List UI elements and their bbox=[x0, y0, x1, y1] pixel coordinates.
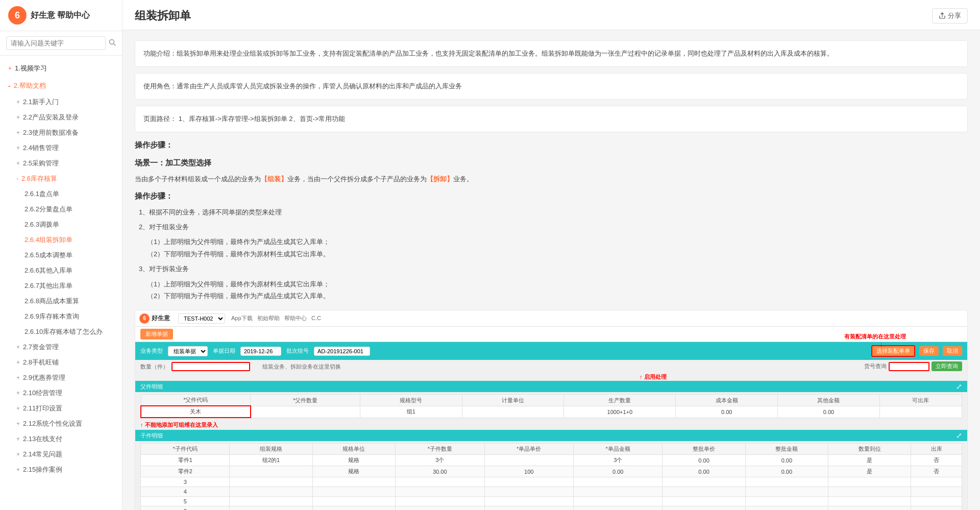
scenario-desc: 当由多个子件材料组装成一个成品的业务为【组装】业务，当由一个父件拆分成多个子产品… bbox=[135, 173, 968, 185]
mock-annotation3: ↑ 启用处理 bbox=[634, 373, 967, 381]
sidebar-leaf-267[interactable]: 2.6.7其他出库单 bbox=[8, 278, 122, 294]
content-area: 功能介绍：组装拆卸单用来处理企业组装或拆卸等加工业务，支持有固定装配清单的产品加… bbox=[122, 30, 980, 510]
mock-field-section: 数量（件） 组装业务、拆卸业务在这里切换 货号查询 立即查询 bbox=[135, 360, 967, 373]
mock-annotation1: 有装配清单的在这里处理 bbox=[844, 333, 906, 341]
mock-company-select[interactable]: TEST-H002 bbox=[178, 313, 225, 324]
page-title: 组装拆卸单 bbox=[135, 8, 191, 23]
sidebar-item-finance[interactable]: + 2.7资金管理 bbox=[8, 339, 122, 355]
main-header: 组装拆卸单 分享 bbox=[122, 0, 980, 30]
scenario-title: 场景一：加工类型选择 bbox=[135, 158, 968, 168]
mock-cancel-btn[interactable]: 取消 bbox=[943, 346, 962, 356]
sidebar-item-print[interactable]: + 2.11打印设置 bbox=[8, 401, 122, 416]
step3-sub1: （1）上部明细为父件明细，最终作为原材料生成其它出库单； bbox=[147, 278, 968, 290]
table-row: 5 bbox=[141, 497, 962, 506]
mock-quantity-input[interactable] bbox=[172, 362, 250, 371]
mock-save-btn[interactable]: 保存 bbox=[919, 346, 939, 356]
description-box-1: 功能介绍：组装拆卸单用来处理企业组装或拆卸等加工业务，支持有固定装配清单的产品加… bbox=[135, 40, 968, 67]
description-box-2: 使用角色：通常由生产人员或库管人员完成拆装业务的操作，库管人员确认原材料的出库和… bbox=[135, 73, 968, 100]
mock-teal-header-bar: 业务类型 组装单据 单据日期 批次组号 选择装配单单 保存 bbox=[135, 342, 967, 360]
step3-sub2: （2）下部明细为子件明细，最终作为产成品生成其它入库单。 bbox=[147, 290, 968, 302]
mock-search-input[interactable] bbox=[889, 362, 929, 371]
mock-search-label: 货号查询 bbox=[864, 362, 887, 370]
expand-icon: + bbox=[8, 65, 12, 72]
sidebar-leaf-262[interactable]: 2.6.2分量盘点单 bbox=[8, 202, 122, 217]
main-content: 组装拆卸单 分享 功能介绍：组装拆卸单用来处理企业组装或拆卸等加工业务，支持有固… bbox=[122, 0, 980, 510]
ops-title: 操作步骤： bbox=[135, 140, 968, 150]
mock-topbar: 6 好生意 TEST-H002 App下载 初始帮助 帮助中心 C.C bbox=[135, 310, 967, 327]
mock-expand-lower-btn[interactable]: ⤢ bbox=[956, 431, 962, 440]
sidebar-nav: + 1.视频学习 - 2.帮助文档 + 2.1新手入门 + 2.2产品安装及登录… bbox=[0, 56, 122, 510]
table-row: 4 bbox=[141, 487, 962, 497]
mock-form-header: 业务类型 组装单据 单据日期 批次组号 选择装配单单 保存 bbox=[135, 342, 967, 360]
sidebar-leaf-266[interactable]: 2.6.6其他入库单 bbox=[8, 263, 122, 278]
sidebar-item-video-learning[interactable]: + 1.视频学习 bbox=[0, 60, 122, 77]
sidebar-item-coupon[interactable]: + 2.9优惠券管理 bbox=[8, 370, 122, 385]
sidebar-leaf-261[interactable]: 2.6.1盘点单 bbox=[8, 186, 122, 202]
step1-text: 1、根据不同的业务，选择不同单据的类型来处理 bbox=[139, 206, 968, 218]
share-icon bbox=[939, 12, 946, 19]
app-name: 好生意 帮助中心 bbox=[31, 10, 90, 21]
table-row: 零件2 规格 30.00 100 0.00 0.00 0.00 是 否 bbox=[141, 466, 962, 477]
sidebar-item-help-docs[interactable]: - 2.帮助文档 bbox=[0, 77, 122, 94]
sidebar-item-data-prep[interactable]: + 2.3使用前数据准备 bbox=[8, 125, 122, 140]
sidebar-item-inventory[interactable]: - 2.6库存核算 bbox=[8, 171, 122, 186]
mock-annotation4: ↑ 不能地添加可组维在这里录入 bbox=[135, 420, 967, 430]
table-row: 3 bbox=[141, 477, 962, 487]
mock-date-input[interactable] bbox=[240, 347, 281, 356]
sidebar-header: 6 好生意 帮助中心 bbox=[0, 0, 122, 31]
sidebar-section-label: 1.视频学习 bbox=[15, 64, 47, 73]
sidebar-leaf-265[interactable]: 2.6.5成本调整单 bbox=[8, 248, 122, 263]
sidebar-item-personalize[interactable]: + 2.12系统个性化设置 bbox=[8, 416, 122, 431]
sidebar-item-purchase[interactable]: + 2.5采购管理 bbox=[8, 156, 122, 171]
sidebar-leaf-264[interactable]: 2.6.4组装拆卸单 bbox=[8, 232, 122, 248]
sidebar-section-label: 2.帮助文档 bbox=[14, 81, 46, 90]
mock-field-group: 业务类型 组装单据 单据日期 批次组号 bbox=[140, 346, 372, 356]
svg-line-1 bbox=[114, 44, 116, 46]
sidebar-leaf-2610[interactable]: 2.6.10库存账本错了怎么办 bbox=[8, 324, 122, 339]
mock-search-btn[interactable]: 立即查询 bbox=[932, 361, 962, 371]
screenshot-image: 6 好生意 TEST-H002 App下载 初始帮助 帮助中心 C.C 新增单据… bbox=[135, 310, 967, 510]
step2-sub1: （1）上部明细为父件明细，最终作为产成品生成其它入库单； bbox=[147, 236, 968, 248]
sidebar-leaf-269[interactable]: 2.6.9库存账本查询 bbox=[8, 309, 122, 324]
sidebar-item-mobile[interactable]: + 2.8手机旺铺 bbox=[8, 355, 122, 370]
sidebar-item-cases[interactable]: + 2.15操作案例 bbox=[8, 462, 122, 477]
mock-order-type-select[interactable]: 组装单据 bbox=[168, 346, 208, 356]
sidebar-item-sales[interactable]: + 2.4销售管理 bbox=[8, 140, 122, 156]
logo-icon: 6 bbox=[8, 6, 27, 25]
sidebar-item-faq[interactable]: + 2.14常见问题 bbox=[8, 447, 122, 462]
sidebar-leaf-263[interactable]: 2.6.3调拨单 bbox=[8, 217, 122, 232]
path-box: 页面路径： 1、库存核算->库存管理->组装拆卸单 2、首页->常用功能 bbox=[135, 106, 968, 132]
sidebar-leaf-268[interactable]: 2.6.8商品成本重算 bbox=[8, 294, 122, 309]
share-button[interactable]: 分享 bbox=[932, 8, 968, 23]
step2-text: 2、对于组装业务 bbox=[139, 221, 968, 233]
path-text: 1、库存核算->库存管理->组装拆卸单 2、首页->常用功能 bbox=[179, 115, 346, 123]
desc1-text: 功能介绍：组装拆卸单用来处理企业组装或拆卸等加工业务，支持有固定装配清单的产品加… bbox=[143, 50, 834, 57]
mock-header-right: 选择装配单单 保存 取消 bbox=[869, 345, 962, 357]
mock-expand-upper-btn[interactable]: ⤢ bbox=[956, 382, 962, 391]
step2-sub2: （2）下部明细为子件明细，最终作为原材料生成其它出库单。 bbox=[147, 248, 968, 260]
mock-arrow1: ↓ bbox=[879, 340, 883, 348]
sidebar-item-payment[interactable]: + 2.13在线支付 bbox=[8, 431, 122, 447]
collapse-icon: - bbox=[8, 82, 11, 90]
mock-lower-section-header: 子件明细 ⤢ bbox=[135, 430, 967, 441]
screenshot-container: 6 好生意 TEST-H002 App下载 初始帮助 帮助中心 C.C 新增单据… bbox=[135, 310, 968, 510]
mock-tab-list[interactable]: 列表 bbox=[177, 329, 199, 339]
sidebar-item-install[interactable]: + 2.2产品安装及登录 bbox=[8, 110, 122, 125]
ops-steps-title: 操作步骤： bbox=[135, 191, 968, 201]
step3-text: 3、对于拆装业务 bbox=[139, 263, 968, 275]
sidebar-item-newcomer[interactable]: + 2.1新手入门 bbox=[8, 94, 122, 110]
mock-app-name: 好生意 bbox=[152, 314, 170, 323]
mock-upper-table: *父件代码 *父件数量 规格型号 计量单位 生产数量 成本金额 其他金额 可出库 bbox=[140, 394, 962, 418]
mock-topbar-links: App下载 初始帮助 帮助中心 C.C bbox=[231, 314, 321, 322]
path-label: 页面路径： bbox=[143, 115, 177, 123]
search-input[interactable] bbox=[6, 36, 106, 50]
mock-tab-new[interactable]: 新增单据 bbox=[140, 329, 173, 339]
sidebar-item-management[interactable]: + 2.10经营管理 bbox=[8, 385, 122, 401]
mock-field-row: 数量（件） 组装业务、拆卸业务在这里切换 bbox=[135, 360, 967, 373]
mock-config-btn[interactable]: 选择装配单单 bbox=[871, 345, 915, 357]
mock-assembly-note: 组装业务、拆卸业务在这里切换 bbox=[262, 363, 341, 371]
mock-logo: 6 bbox=[139, 313, 150, 324]
search-button[interactable] bbox=[109, 39, 116, 47]
sidebar: 6 好生意 帮助中心 + 1.视频学习 - 2.帮助文档 + 2.1新手入门 bbox=[0, 0, 122, 510]
mock-batch-input[interactable] bbox=[314, 347, 370, 356]
